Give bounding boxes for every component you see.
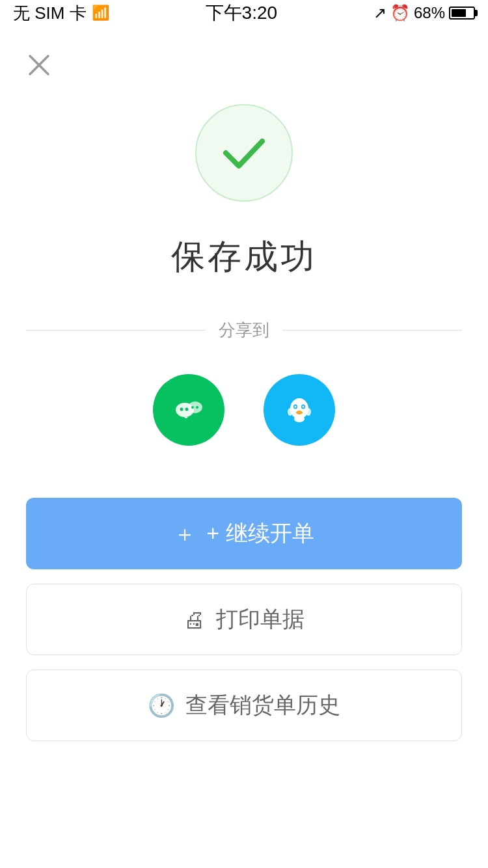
- success-circle: [195, 104, 293, 202]
- alarm-icon: ⏰: [390, 4, 410, 22]
- divider-left: [26, 330, 206, 331]
- qq-icon: [278, 389, 321, 431]
- svg-point-3: [180, 407, 183, 411]
- svg-point-5: [188, 401, 202, 413]
- svg-point-12: [302, 405, 304, 407]
- print-label: 打印单据: [216, 604, 305, 634]
- success-title: 保存成功: [171, 234, 317, 280]
- wifi-icon: 📶: [92, 5, 109, 21]
- print-button[interactable]: 🖨 打印单据: [26, 584, 462, 655]
- share-label: 分享到: [219, 319, 269, 342]
- svg-point-7: [196, 406, 198, 409]
- svg-point-14: [288, 408, 293, 416]
- close-icon: [27, 53, 51, 77]
- svg-point-13: [296, 411, 303, 414]
- print-icon: 🖨: [183, 608, 206, 631]
- qq-share-button[interactable]: [264, 374, 335, 446]
- location-icon: ↗: [373, 4, 386, 22]
- svg-point-6: [191, 406, 194, 409]
- plus-icon: ＋: [174, 522, 196, 545]
- history-icon: 🕐: [148, 694, 175, 716]
- divider-right: [282, 330, 462, 331]
- sim-label: 无 SIM 卡: [13, 2, 87, 25]
- action-buttons: ＋ + 继续开单 🖨 打印单据 🕐 查看销货单历史: [26, 498, 462, 741]
- continue-button[interactable]: ＋ + 继续开单: [26, 498, 462, 569]
- svg-point-15: [306, 408, 311, 416]
- status-time: 下午3:20: [206, 1, 278, 25]
- svg-point-4: [185, 407, 188, 411]
- wechat-icon: [168, 389, 210, 431]
- checkmark-icon: [218, 127, 270, 179]
- history-label: 查看销货单历史: [185, 690, 340, 720]
- share-divider: 分享到: [26, 319, 462, 342]
- battery-icon: [449, 7, 475, 20]
- status-right: ↗ ⏰ 68%: [373, 4, 475, 22]
- svg-point-11: [294, 405, 296, 407]
- close-button[interactable]: [20, 46, 59, 85]
- status-bar: 无 SIM 卡 📶 下午3:20 ↗ ⏰ 68%: [0, 0, 488, 26]
- history-button[interactable]: 🕐 查看销货单历史: [26, 670, 462, 741]
- battery-percentage: 68%: [414, 4, 445, 22]
- main-content: 保存成功 分享到: [0, 85, 488, 868]
- continue-label: + 继续开单: [206, 519, 314, 549]
- status-left: 无 SIM 卡 📶: [13, 2, 109, 25]
- wechat-share-button[interactable]: [153, 374, 224, 446]
- share-icons: [153, 374, 335, 446]
- svg-point-16: [294, 416, 305, 422]
